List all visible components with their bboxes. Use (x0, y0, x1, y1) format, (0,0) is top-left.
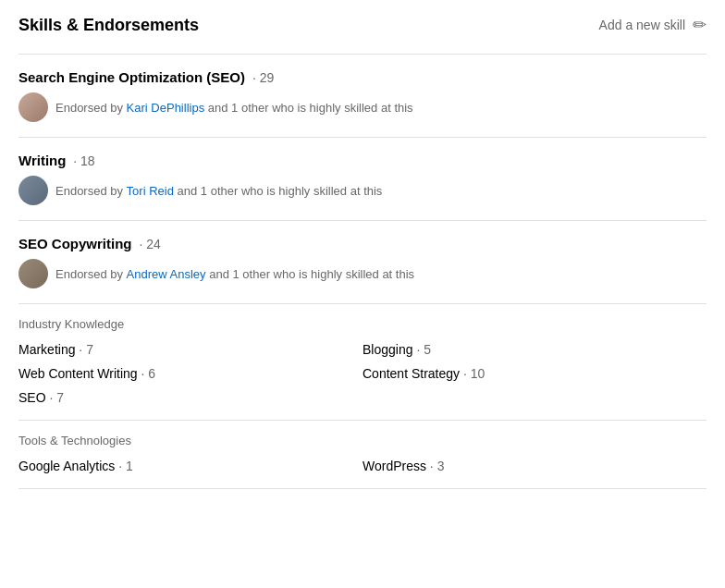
skill-count: · 5 (413, 342, 431, 357)
list-item: SEO · 7 (18, 390, 362, 405)
endorser-name[interactable]: Tori Reid (127, 184, 174, 198)
section-header: Skills & Endorsements Add a new skill ✏ (18, 15, 707, 35)
avatar (18, 176, 48, 205)
skill-count: · 6 (138, 366, 155, 381)
top-skills-list: Search Engine Optimization (SEO) · 29 En… (18, 55, 707, 304)
skill-name: Search Engine Optimization (SEO) (18, 69, 245, 85)
skill-count: · 1 (115, 459, 132, 473)
skill-name: WordPress (362, 459, 426, 473)
category-section: Tools & TechnologiesGoogle Analytics · 1… (18, 421, 707, 489)
skill-count: · 29 (249, 70, 274, 85)
avatar (18, 92, 48, 122)
skills-grid: Marketing · 7Blogging · 5Web Content Wri… (18, 342, 707, 412)
endorser-name[interactable]: Kari DePhillips (127, 101, 205, 115)
list-item: Content Strategy · 10 (362, 366, 707, 381)
endorser-name[interactable]: Andrew Ansley (127, 267, 206, 281)
skill-count: · 7 (75, 342, 92, 357)
skill-name: SEO (18, 390, 46, 405)
endorsement-row: Endorsed by Tori Reid and 1 other who is… (18, 176, 707, 205)
category-title: Tools & Technologies (18, 434, 707, 447)
list-item: WordPress · 3 (362, 459, 707, 473)
endorsement-row: Endorsed by Kari DePhillips and 1 other … (18, 92, 707, 122)
skill-count: · 18 (69, 153, 94, 168)
top-skill-item: Search Engine Optimization (SEO) · 29 En… (18, 55, 707, 138)
category-title: Industry Knowledge (18, 317, 707, 331)
add-skill-link[interactable]: Add a new skill (599, 18, 685, 32)
top-skill-item: SEO Copywriting · 24 Endorsed by Andrew … (18, 221, 707, 304)
skill-name: Web Content Writing (18, 366, 138, 381)
section-title: Skills & Endorsements (18, 16, 199, 35)
endorsement-text: Endorsed by Andrew Ansley and 1 other wh… (55, 267, 414, 281)
skill-header: Writing · 18 (18, 153, 707, 168)
skill-name: Marketing (18, 342, 75, 357)
skill-count: · 10 (460, 366, 485, 381)
skills-grid: Google Analytics · 1WordPress · 3 (18, 459, 707, 481)
list-item: Marketing · 7 (18, 342, 362, 357)
skill-name: Google Analytics (18, 459, 115, 473)
endorsement-text: Endorsed by Kari DePhillips and 1 other … (55, 101, 413, 115)
skill-header: Search Engine Optimization (SEO) · 29 (18, 69, 707, 85)
category-section: Industry KnowledgeMarketing · 7Blogging … (18, 304, 707, 421)
edit-icon[interactable]: ✏ (693, 15, 707, 35)
endorsement-row: Endorsed by Andrew Ansley and 1 other wh… (18, 259, 707, 288)
list-item: Blogging · 5 (362, 342, 707, 357)
categories-list: Industry KnowledgeMarketing · 7Blogging … (18, 304, 707, 489)
skill-name: Content Strategy (362, 366, 460, 381)
skill-name: Writing (18, 153, 66, 168)
endorsement-text: Endorsed by Tori Reid and 1 other who is… (55, 184, 382, 198)
list-item: Web Content Writing · 6 (18, 366, 362, 381)
skill-header: SEO Copywriting · 24 (18, 236, 707, 251)
list-item: Google Analytics · 1 (18, 459, 362, 473)
skill-count: · 7 (46, 390, 64, 405)
skills-endorsements-container: Skills & Endorsements Add a new skill ✏ … (0, 0, 725, 504)
avatar (18, 259, 48, 288)
skill-name: Blogging (362, 342, 413, 357)
header-actions: Add a new skill ✏ (599, 15, 707, 35)
skill-count: · 3 (426, 459, 444, 473)
skill-name: SEO Copywriting (18, 236, 132, 251)
skill-count: · 24 (136, 237, 161, 251)
top-skill-item: Writing · 18 Endorsed by Tori Reid and 1… (18, 138, 707, 221)
